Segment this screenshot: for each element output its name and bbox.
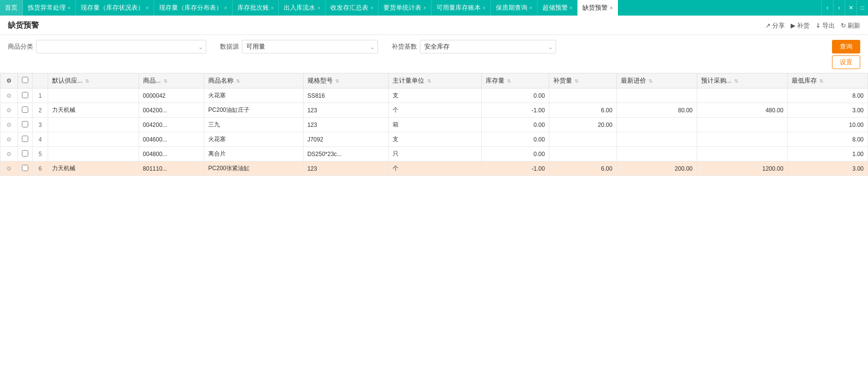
close-icon[interactable]: ×	[529, 5, 532, 11]
query-button[interactable]: 查询	[832, 40, 860, 53]
row-checkbox[interactable]	[22, 136, 28, 142]
tab-expand-button[interactable]: □	[856, 0, 868, 16]
close-icon[interactable]: ×	[570, 5, 573, 11]
close-icon[interactable]: ×	[146, 5, 149, 11]
share-icon: ↗	[765, 22, 771, 29]
column-gear[interactable]: ⚙	[0, 73, 18, 88]
tab-inventory-status[interactable]: 现存量（库存状况表） ×	[76, 0, 154, 16]
row-gear[interactable]: ⚙	[0, 147, 18, 161]
sort-icon: ⇅	[575, 78, 579, 84]
datasource-select[interactable]: 可用量	[242, 40, 378, 53]
row-gear[interactable]: ⚙	[0, 118, 18, 132]
column-unit[interactable]: 主计量单位 ⇅	[389, 73, 482, 88]
row-gear[interactable]: ⚙	[0, 161, 18, 176]
datasource-filter-group: 数据源 可用量 ⌄	[220, 40, 378, 53]
table-row: ⚙ 4 004600... 火花塞 J7092 支 0.00 8.00	[0, 132, 868, 147]
column-est-purchase[interactable]: 预计采购... ⇅	[697, 73, 788, 88]
tab-shortage[interactable]: 缺货预警 ×	[578, 0, 618, 16]
tab-expiry[interactable]: 保质期查询 ×	[491, 0, 538, 16]
replenish-button[interactable]: ▶ 补货	[791, 21, 810, 30]
row-product-name: PC200油缸庄子	[204, 103, 304, 118]
category-select-wrapper: ⌄	[36, 40, 206, 53]
header-actions: ↗ 分享 ▶ 补货 ⇓ 导出 ↻ 刷新	[765, 21, 860, 30]
replenish-base-value: 安全库存	[424, 42, 450, 51]
column-latest-price[interactable]: 最新进价 ⇅	[616, 73, 697, 88]
data-table: ⚙ 默认供应... ⇅ 商品... ⇅ 商品名称 ⇅	[0, 73, 868, 176]
column-replenish[interactable]: 补货量 ⇅	[549, 73, 616, 88]
tab-overstock[interactable]: 超储预警 ×	[538, 0, 578, 16]
row-seq: 1	[33, 88, 48, 103]
close-icon[interactable]: ×	[370, 5, 373, 11]
tab-summary[interactable]: 收发存汇总表 ×	[326, 0, 379, 16]
column-seq	[33, 73, 48, 88]
select-all-checkbox[interactable]	[22, 77, 28, 83]
tab-close-button[interactable]: ✕	[845, 0, 856, 16]
category-select[interactable]	[36, 40, 206, 53]
row-stock: -1.00	[482, 161, 549, 176]
replenish-icon: ▶	[791, 22, 796, 29]
refresh-icon: ↻	[841, 22, 846, 29]
row-est-purchase: 480.00	[697, 103, 788, 118]
row-checkbox[interactable]	[22, 150, 28, 157]
tab-inout-flow[interactable]: 出入库流水 ×	[279, 0, 326, 16]
export-button[interactable]: ⇓ 导出	[815, 21, 835, 30]
column-stock[interactable]: 库存量 ⇅	[482, 73, 549, 88]
row-gear[interactable]: ⚙	[0, 88, 18, 103]
column-spec[interactable]: 规格型号 ⇅	[303, 73, 389, 88]
row-stock: 0.00	[482, 118, 549, 132]
tab-picking[interactable]: 拣货异常处理 ×	[23, 0, 76, 16]
tab-prev-button[interactable]: ‹	[821, 0, 833, 16]
category-label: 商品分类	[8, 42, 33, 51]
row-spec: 123	[303, 103, 389, 118]
close-icon[interactable]: ×	[610, 5, 613, 11]
row-supplier	[48, 88, 139, 103]
replenish-base-label: 补货基数	[392, 42, 417, 51]
row-checkbox-cell	[18, 132, 33, 147]
sort-icon: ⇅	[507, 78, 511, 84]
row-product-name: 火花塞	[204, 132, 304, 147]
column-supplier[interactable]: 默认供应... ⇅	[48, 73, 139, 88]
column-product-code[interactable]: 商品... ⇅	[139, 73, 204, 88]
share-button[interactable]: ↗ 分享	[765, 21, 785, 30]
tab-inventory-dist[interactable]: 现存量（库存分布表） ×	[154, 0, 233, 16]
row-min-stock: 1.00	[788, 147, 868, 161]
tab-next-button[interactable]: ›	[833, 0, 845, 16]
tab-available-ledger[interactable]: 可用量库存账本 ×	[432, 0, 491, 16]
row-gear[interactable]: ⚙	[0, 132, 18, 147]
close-icon[interactable]: ×	[483, 5, 486, 11]
replenish-base-select[interactable]: 安全库存	[420, 40, 556, 53]
row-replenish	[549, 147, 616, 161]
row-checkbox-cell	[18, 103, 33, 118]
row-replenish	[549, 132, 616, 147]
row-checkbox[interactable]	[22, 121, 28, 127]
tab-batch-ledger[interactable]: 库存批次账 ×	[233, 0, 279, 16]
tab-requisition[interactable]: 要货单统计表 ×	[379, 0, 432, 16]
close-icon[interactable]: ×	[423, 5, 426, 11]
row-replenish	[549, 88, 616, 103]
row-replenish: 6.00	[549, 103, 616, 118]
row-unit: 只	[389, 147, 482, 161]
close-icon[interactable]: ×	[271, 5, 274, 11]
setting-button[interactable]: 设置	[832, 55, 860, 69]
row-gear[interactable]: ⚙	[0, 103, 18, 118]
row-est-purchase: 1200.00	[697, 161, 788, 176]
row-product-code: 0000042	[139, 88, 204, 103]
row-checkbox[interactable]	[22, 165, 28, 171]
row-unit: 个	[389, 161, 482, 176]
tab-home[interactable]: 首页	[0, 0, 23, 16]
row-seq: 3	[33, 118, 48, 132]
row-seq: 6	[33, 161, 48, 176]
row-stock: 0.00	[482, 147, 549, 161]
column-min-stock[interactable]: 最低库存 ⇅	[788, 73, 868, 88]
refresh-button[interactable]: ↻ 刷新	[841, 21, 860, 30]
row-supplier: 力天机械	[48, 161, 139, 176]
close-icon[interactable]: ×	[68, 5, 71, 11]
column-product-name[interactable]: 商品名称 ⇅	[204, 73, 304, 88]
close-icon[interactable]: ×	[317, 5, 320, 11]
row-product-name: PC200张紧油缸	[204, 161, 304, 176]
row-checkbox[interactable]	[22, 106, 28, 113]
row-checkbox[interactable]	[22, 92, 28, 98]
close-icon[interactable]: ×	[224, 5, 227, 11]
row-seq: 2	[33, 103, 48, 118]
action-btn-group: 查询 设置	[832, 40, 860, 69]
